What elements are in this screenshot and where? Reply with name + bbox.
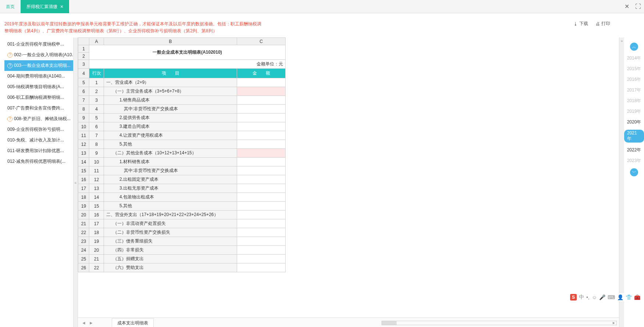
sidebar-item-10[interactable]: 010-免税、减计收入及加计... [4, 135, 73, 145]
line-number: 15 [89, 202, 104, 211]
row-header: 24 [78, 246, 89, 255]
line-number: 20 [89, 246, 104, 255]
tab-active-label: 所得税汇算清缴 [26, 0, 57, 13]
ime-lang-label[interactable]: 中 [579, 294, 584, 301]
year-2014年[interactable]: 2014年 [627, 55, 641, 61]
ime-keyboard-icon[interactable]: ⌨ [608, 294, 615, 300]
ime-logo-icon[interactable]: S [570, 294, 577, 301]
amount-cell[interactable] [237, 219, 286, 228]
sidebar-item-6[interactable]: 006-职工薪酬纳税调整明细... [4, 92, 73, 103]
expand-right-icon[interactable]: » [619, 37, 624, 327]
amount-cell[interactable] [237, 228, 286, 237]
sidebar-item-label: 008-资产折旧、摊销及纳税... [14, 116, 71, 122]
sidebar-item-8[interactable]: ?008-资产折旧、摊销及纳税... [4, 114, 73, 124]
scrollbar-thumb[interactable] [382, 321, 397, 325]
sidebar-item-7[interactable]: 007-广告费和业务宣传费跨... [4, 103, 73, 114]
amount-cell[interactable] [237, 114, 286, 122]
amount-cell[interactable] [237, 87, 286, 96]
line-number: 3 [89, 96, 104, 105]
year-2019年[interactable]: 2019年 [627, 108, 641, 115]
item-label: 2.提供劳务成本 [104, 114, 237, 122]
collapse-sidebar-icon[interactable]: « [74, 37, 78, 327]
sheet-scroll[interactable]: ABC1一般企业成本支出明细表(A102010)23金额单位：元4行次项 目金 … [78, 37, 619, 317]
col-a-header: 行次 [89, 69, 104, 78]
main-area: 001-企业所得税年度纳税申...?002-一般企业收入明细表(A10...?0… [0, 37, 644, 327]
amount-cell[interactable] [237, 96, 286, 105]
amount-cell[interactable] [237, 184, 286, 193]
window-controls: ✕ ⛶ [625, 3, 641, 10]
row-header: 15 [78, 166, 89, 175]
amount-cell[interactable] [237, 175, 286, 184]
row-header: 10 [78, 122, 89, 131]
item-label: 3.建造合同成本 [104, 122, 237, 131]
year-2016年[interactable]: 2016年 [627, 76, 641, 83]
year-2021年[interactable]: 2021年 [624, 130, 644, 143]
sidebar-item-label: 010-免税、减计收入及加计... [7, 137, 64, 143]
sheet-tab[interactable]: 成本支出明细表 [112, 318, 154, 327]
sidebar-item-2[interactable]: ?002-一般企业收入明细表(A10... [4, 50, 73, 60]
tab-active[interactable]: 所得税汇算清缴 × [21, 0, 69, 13]
col-header[interactable]: B [104, 38, 237, 45]
amount-cell[interactable] [237, 166, 286, 175]
download-button[interactable]: ⭳ 下载 [573, 21, 588, 27]
close-icon[interactable]: × [60, 0, 63, 13]
sidebar-item-12[interactable]: 012-减免所得税优惠明细表(... [4, 156, 73, 167]
row-header: 4 [78, 69, 89, 78]
year-2023年[interactable]: 2023年 [627, 158, 641, 164]
window-close-icon[interactable]: ✕ [625, 3, 629, 10]
print-button[interactable]: 🖨 打印 [595, 21, 610, 27]
tab-home[interactable]: 首页 [0, 0, 21, 13]
sidebar-item-9[interactable]: 009-企业所得税弥补亏损明... [4, 124, 73, 135]
spreadsheet-table: ABC1一般企业成本支出明细表(A102010)23金额单位：元4行次项 目金 … [78, 37, 286, 272]
sidebar-item-label: 011-研发费用加计扣除优惠... [7, 148, 64, 154]
year-scroll-down-icon[interactable]: ﹀ [630, 168, 638, 176]
hscroll: ◄ ► [154, 321, 619, 325]
sidebar-item-11[interactable]: 011-研发费用加计扣除优惠... [4, 145, 73, 156]
ime-skin-icon[interactable]: 👕 [626, 294, 632, 300]
scroll-right-icon[interactable]: ► [612, 321, 616, 325]
year-2020年[interactable]: 2020年 [627, 119, 641, 125]
amount-cell[interactable] [237, 122, 286, 131]
amount-cell[interactable] [237, 140, 286, 149]
help-icon: ? [7, 63, 12, 68]
col-b-header: 项 目 [104, 69, 237, 78]
year-2015年[interactable]: 2015年 [627, 66, 641, 72]
ime-punct-icon[interactable]: •, [586, 294, 590, 300]
amount-cell[interactable] [237, 149, 286, 158]
row-header: 25 [78, 255, 89, 263]
amount-cell[interactable] [237, 158, 286, 166]
amount-cell[interactable] [237, 105, 286, 114]
sidebar-item-5[interactable]: 005-纳税调整项目明细表(A... [4, 82, 73, 92]
amount-cell[interactable] [237, 78, 286, 87]
amount-cell[interactable] [237, 237, 286, 246]
sidebar-item-1[interactable]: 001-企业所得税年度纳税申... [4, 39, 73, 50]
year-scroll-up-icon[interactable]: ︿ [630, 43, 638, 51]
ime-mic-icon[interactable]: 🎤 [599, 294, 605, 300]
amount-cell[interactable] [237, 193, 286, 202]
year-2018年[interactable]: 2018年 [627, 98, 641, 104]
row-header: 16 [78, 175, 89, 184]
fullscreen-icon[interactable]: ⛶ [635, 3, 641, 10]
ime-person-icon[interactable]: 👤 [617, 294, 623, 300]
amount-cell[interactable] [237, 263, 286, 272]
toolbar-actions: ⭳ 下载 🖨 打印 [573, 21, 610, 27]
horizontal-scrollbar[interactable]: ◄ ► [382, 321, 617, 325]
amount-cell[interactable] [237, 131, 286, 140]
year-2017年[interactable]: 2017年 [627, 87, 641, 93]
col-header[interactable]: A [89, 38, 104, 45]
amount-cell[interactable] [237, 246, 286, 255]
ime-emoji-icon[interactable]: ☺ [592, 294, 597, 300]
sidebar-item-4[interactable]: 004-期间费用明细表(A1040... [4, 71, 73, 82]
item-label: 4.让渡资产使用权成本 [104, 131, 237, 140]
amount-cell[interactable] [237, 211, 286, 219]
sheet-nav-prev-icon[interactable]: ◄ [82, 320, 86, 326]
item-label: 其中:非货币性资产交换成本 [104, 166, 237, 175]
year-2022年[interactable]: 2022年 [627, 147, 641, 153]
amount-cell[interactable] [237, 255, 286, 263]
sidebar-item-3[interactable]: ?003-一般企业成本支出明细... [4, 60, 73, 71]
ime-toolbox-icon[interactable]: 🧰 [634, 294, 640, 300]
item-label: （一）非流动资产处置损失 [104, 219, 237, 228]
col-header[interactable]: C [237, 38, 286, 45]
amount-cell[interactable] [237, 202, 286, 211]
sheet-nav-next-icon[interactable]: ► [89, 320, 93, 326]
